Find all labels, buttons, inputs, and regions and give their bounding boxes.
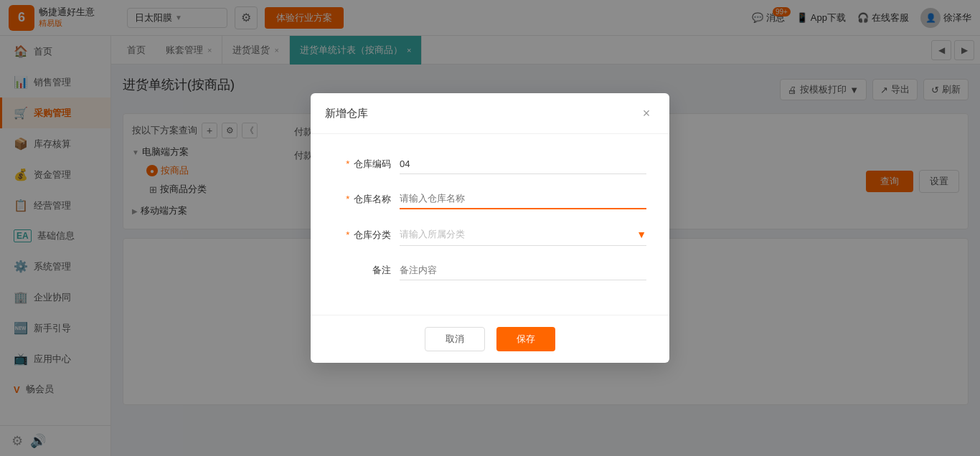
category-select[interactable]: 请输入所属分类 ▼ [400,224,646,246]
modal-close-button[interactable]: × [638,105,655,122]
required-star: * [346,229,349,240]
modal-header: 新增仓库 × [311,93,669,134]
form-row-category: * 仓库分类 请输入所属分类 ▼ [334,224,646,246]
code-input[interactable] [400,154,646,174]
code-label: * 仓库编码 [334,158,391,171]
required-star: * [346,194,349,204]
remark-label: 备注 [334,264,391,277]
modal-body: * 仓库编码 * 仓库名称 * 仓库分类 请输入所属 [311,134,669,315]
modal-footer: 取消 保存 [311,315,669,363]
save-button[interactable]: 保存 [496,327,555,351]
form-row-remark: 备注 [334,260,646,280]
category-placeholder: 请输入所属分类 [400,228,465,241]
remark-input[interactable] [400,260,646,280]
category-dropdown-arrow: ▼ [636,229,646,240]
category-label: * 仓库分类 [334,229,391,242]
form-row-code: * 仓库编码 [334,154,646,174]
modal: 新增仓库 × * 仓库编码 * 仓库名称 [311,93,669,363]
name-label: * 仓库名称 [334,193,391,206]
required-star: * [346,158,349,169]
cancel-button[interactable]: 取消 [425,327,485,351]
name-input[interactable] [400,189,646,209]
modal-overlay: 新增仓库 × * 仓库编码 * 仓库名称 [0,0,980,456]
form-row-name: * 仓库名称 [334,189,646,209]
modal-title: 新增仓库 [325,107,368,120]
